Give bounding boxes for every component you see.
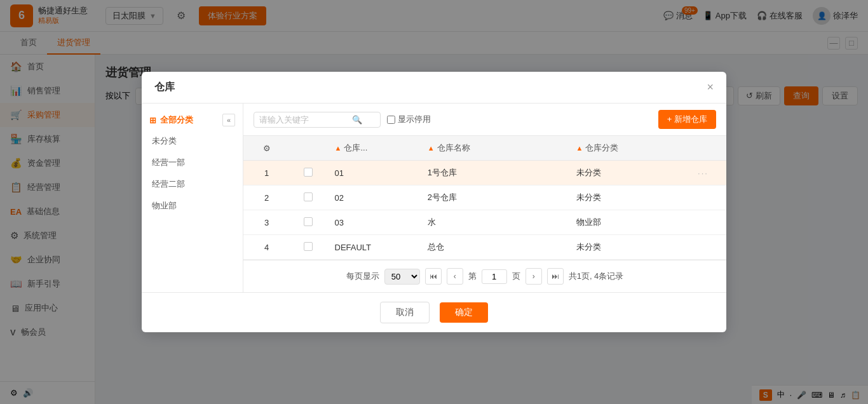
table-toolbar: 🔍 显示停用 + 新增仓库	[243, 104, 726, 136]
row-more[interactable]	[680, 235, 726, 260]
modal-header: 仓库 ×	[142, 72, 726, 104]
cat-item-dept1[interactable]: 经营一部	[142, 152, 243, 173]
prev-page-button[interactable]: ‹	[447, 268, 463, 285]
last-page-button[interactable]: ⏭	[547, 268, 564, 285]
row-index: 3	[243, 210, 290, 235]
modal-title: 仓库	[154, 81, 175, 94]
row-more[interactable]	[680, 185, 726, 210]
row-more[interactable]: ···	[680, 161, 726, 185]
table-row[interactable]: 1 01 1号仓库 未分类 ···	[243, 161, 726, 185]
search-icon[interactable]: 🔍	[352, 115, 362, 125]
th-check	[290, 136, 327, 161]
th-name: ▲仓库名称	[420, 136, 569, 161]
row-code: 03	[327, 210, 420, 235]
warehouse-table: ⚙ ▲仓库... ▲仓库名称 ▲仓库分类	[243, 136, 726, 260]
cat-item-unclassified[interactable]: 未分类	[142, 130, 243, 152]
th-category: ▲仓库分类	[569, 136, 680, 161]
table-row[interactable]: 4 DEFAULT 总仓 未分类	[243, 235, 726, 260]
row-code: DEFAULT	[327, 235, 420, 260]
row-name: 2号仓库	[420, 185, 569, 210]
cancel-button[interactable]: 取消	[380, 302, 430, 323]
row-category: 物业部	[569, 210, 680, 235]
cat-item-property[interactable]: 物业部	[142, 195, 243, 217]
show-disabled-checkbox[interactable]	[387, 116, 395, 124]
cat-header-label: 全部分类	[160, 114, 193, 126]
collapse-button[interactable]: «	[222, 114, 235, 126]
row-index: 1	[243, 161, 290, 185]
th-code: ▲仓库...	[327, 136, 420, 161]
grid-icon: ⊞	[149, 116, 156, 125]
cat-item-dept2[interactable]: 经营二部	[142, 173, 243, 195]
modal-footer: 取消 确定	[142, 292, 726, 332]
first-page-button[interactable]: ⏮	[425, 268, 442, 285]
pagination: 每页显示 10 20 50 100 ⏮ ‹ 第 页 › ⏭ 共1页, 4条记录	[243, 260, 726, 292]
table-area: 🔍 显示停用 + 新增仓库 ⚙	[243, 104, 726, 292]
row-code: 01	[327, 161, 420, 185]
warehouse-modal: 仓库 × ⊞ 全部分类 « 未分类 经营一部 经营二部 物业部	[142, 72, 726, 332]
row-index: 4	[243, 235, 290, 260]
page-input[interactable]	[482, 269, 507, 284]
row-check[interactable]	[290, 161, 327, 185]
search-input[interactable]	[259, 115, 348, 125]
category-header[interactable]: ⊞ 全部分类 «	[142, 110, 243, 130]
add-warehouse-button[interactable]: + 新增仓库	[658, 110, 716, 129]
modal-overlay: 仓库 × ⊞ 全部分类 « 未分类 经营一部 经营二部 物业部	[0, 0, 868, 404]
search-box: 🔍	[254, 112, 381, 128]
modal-body: ⊞ 全部分类 « 未分类 经营一部 经营二部 物业部 🔍	[142, 104, 726, 292]
close-icon[interactable]: ×	[707, 81, 714, 94]
row-category: 未分类	[569, 235, 680, 260]
row-name: 1号仓库	[420, 161, 569, 185]
table-header-row: ⚙ ▲仓库... ▲仓库名称 ▲仓库分类	[243, 136, 726, 161]
th-settings: ⚙	[243, 136, 290, 161]
row-name: 水	[420, 210, 569, 235]
checkbox-icon[interactable]	[304, 217, 313, 226]
gear-icon: ⚙	[263, 144, 271, 153]
row-more[interactable]	[680, 210, 726, 235]
checkbox-icon[interactable]	[304, 242, 313, 251]
th-more	[680, 136, 726, 161]
next-page-button[interactable]: ›	[526, 268, 542, 285]
confirm-button[interactable]: 确定	[440, 302, 488, 323]
table-row[interactable]: 3 03 水 物业部	[243, 210, 726, 235]
checkbox-icon[interactable]	[304, 168, 313, 177]
row-check[interactable]	[290, 235, 327, 260]
show-disabled-text: 显示停用	[398, 114, 431, 125]
row-check[interactable]	[290, 210, 327, 235]
table-row[interactable]: 2 02 2号仓库 未分类	[243, 185, 726, 210]
per-page-label: 每页显示	[346, 271, 379, 282]
page-label: 页	[512, 271, 520, 282]
show-disabled-label[interactable]: 显示停用	[387, 114, 431, 125]
row-name: 总仓	[420, 235, 569, 260]
page-label-pre: 第	[468, 271, 477, 282]
category-sidebar: ⊞ 全部分类 « 未分类 经营一部 经营二部 物业部	[142, 104, 243, 292]
row-category: 未分类	[569, 161, 680, 185]
row-code: 02	[327, 185, 420, 210]
row-index: 2	[243, 185, 290, 210]
row-check[interactable]	[290, 185, 327, 210]
row-category: 未分类	[569, 185, 680, 210]
per-page-select[interactable]: 10 20 50 100	[384, 269, 420, 285]
more-icon[interactable]: ···	[698, 168, 709, 178]
data-table: ⚙ ▲仓库... ▲仓库名称 ▲仓库分类	[243, 136, 726, 260]
page-summary: 共1页, 4条记录	[569, 271, 624, 282]
checkbox-icon[interactable]	[304, 192, 313, 201]
